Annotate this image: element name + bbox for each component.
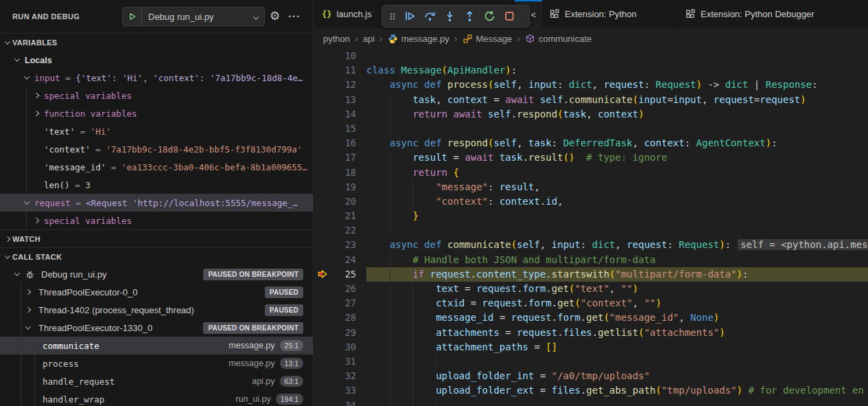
code-line-content[interactable]: async def process(self, input: dict, req… (366, 78, 868, 92)
tab-extension-python-debugger[interactable]: Extension: Python Debugger (678, 0, 868, 28)
code-line[interactable]: 34 (314, 398, 868, 406)
line-number[interactable]: 10 (331, 49, 366, 63)
code-line-content[interactable] (366, 49, 868, 63)
code-line[interactable]: 28 message_id = request.form.get("messag… (314, 311, 868, 325)
code-line[interactable]: 20 "context": context.id, (314, 194, 868, 209)
code-line[interactable]: 18 return { (314, 166, 868, 180)
toolbar-drag-handle[interactable] (385, 7, 400, 25)
code-line-content[interactable]: return { (366, 166, 868, 180)
line-number[interactable]: 12 (331, 78, 366, 92)
variable-row[interactable]: input = {'text': 'Hi', 'context': '7a17b… (0, 69, 313, 87)
line-number[interactable]: 32 (331, 369, 366, 383)
callstack-session-row[interactable]: Debug run_ui.pyPAUSED ON BREAKPOINT (0, 265, 313, 283)
code-line-content[interactable]: if request.content_type.startswith("mult… (366, 267, 868, 282)
line-number[interactable]: 34 (331, 398, 366, 406)
code-line[interactable]: 33 upload_folder_ext = files.get_abs_pat… (314, 383, 868, 398)
callstack-frame-row[interactable]: handle_requestapi.py63:1 (0, 372, 313, 390)
breadcrumb-item-class[interactable]: Message (462, 34, 513, 44)
code-line-content[interactable]: attachment_paths = [] (366, 340, 868, 354)
variable-row[interactable]: request = <Request 'http://localhost:555… (0, 194, 313, 212)
line-number[interactable]: 21 (331, 209, 366, 223)
code-line[interactable]: 11class Message(ApiHandler): (314, 63, 868, 78)
line-number[interactable]: 17 (331, 150, 366, 165)
tab-extension-python[interactable]: Extension: Python (542, 0, 677, 28)
variable-row[interactable]: 'message_id' = 'ea133ccc-3ba0-406c-befa-… (0, 158, 313, 176)
code-line-content[interactable]: attachments = request.files.getlist("att… (366, 326, 868, 340)
code-line-content[interactable]: "message": result, (366, 180, 868, 194)
code-line[interactable]: 29 attachments = request.files.getlist("… (314, 326, 868, 340)
line-number[interactable]: 13 (331, 93, 366, 107)
breadcrumb-item-python[interactable]: python (323, 34, 350, 44)
code-line[interactable]: 30 attachment_paths = [] (314, 340, 868, 354)
code-line-content[interactable]: class Message(ApiHandler): (366, 63, 868, 78)
line-number[interactable]: 27 (331, 296, 366, 311)
code-line-content[interactable]: upload_folder_ext = files.get_abs_path("… (366, 383, 868, 398)
line-number[interactable]: 23 (331, 238, 366, 252)
code-line-content[interactable] (366, 398, 868, 406)
line-number[interactable]: 33 (331, 383, 366, 398)
code-line-content[interactable]: upload_folder_int = "/a0/tmp/uploads" (366, 369, 868, 383)
variable-row[interactable]: function variables (0, 104, 313, 122)
line-number[interactable]: 31 (331, 354, 366, 369)
code-line[interactable]: 13 task, context = await self.communicat… (314, 93, 868, 107)
callstack-frame-row[interactable]: processmessage.py13:1 (0, 354, 313, 372)
callstack-section-header[interactable]: CALL STACK (0, 247, 313, 265)
code-editor[interactable]: 1011class Message(ApiHandler):12 async d… (314, 49, 868, 406)
line-number[interactable]: 30 (331, 340, 366, 354)
code-line[interactable]: 23 async def communicate(self, input: di… (314, 238, 868, 252)
code-line[interactable]: 24 # Handle both JSON and multipart/form… (314, 253, 868, 267)
line-number[interactable]: 22 (331, 223, 366, 238)
code-line[interactable]: 14 return await self.respond(task, conte… (314, 107, 868, 122)
code-line-content[interactable]: result = await task.result() # type: ign… (366, 150, 868, 165)
code-line-content[interactable]: async def respond(self, task: DeferredTa… (366, 136, 868, 150)
variables-section-header[interactable]: VARIABLES (0, 33, 313, 51)
line-number[interactable]: 19 (331, 180, 366, 194)
code-line-content[interactable]: message_id = request.form.get("message_i… (366, 311, 868, 325)
continue-icon[interactable] (400, 7, 420, 25)
code-line-content[interactable] (366, 223, 868, 238)
code-line[interactable]: 26 text = request.form.get("text", "") (314, 282, 868, 296)
breakpoint-current-icon[interactable] (314, 269, 331, 280)
code-line[interactable]: 25 if request.content_type.startswith("m… (314, 267, 868, 282)
code-line[interactable]: 17 result = await task.result() # type: … (314, 150, 868, 165)
code-line-content[interactable]: "context": context.id, (366, 194, 868, 209)
step-into-icon[interactable] (440, 7, 460, 25)
line-number[interactable]: 25 (331, 267, 366, 282)
gear-icon[interactable]: ⚙ (270, 10, 280, 23)
code-line-content[interactable]: task, context = await self.communicate(i… (366, 93, 868, 107)
callstack-thread-row[interactable]: ThreadPoolExecutor-1330_0PAUSED ON BREAK… (0, 319, 313, 337)
code-line-content[interactable]: text = request.form.get("text", "") (366, 282, 868, 296)
restart-icon[interactable] (480, 7, 500, 25)
line-number[interactable]: 20 (331, 194, 366, 209)
line-number[interactable]: 26 (331, 282, 366, 296)
breadcrumb-item-method[interactable]: communicate (525, 34, 591, 44)
code-line[interactable]: 31 (314, 354, 868, 369)
line-number[interactable]: 16 (331, 136, 366, 150)
code-line[interactable]: 32 upload_folder_int = "/a0/tmp/uploads" (314, 369, 868, 383)
variable-row[interactable]: 'text' = 'Hi' (0, 122, 313, 140)
start-debugging-button[interactable] (123, 8, 142, 25)
code-line[interactable]: 22 (314, 223, 868, 238)
breadcrumb-item-api[interactable]: api (363, 34, 375, 44)
callstack-frame-row[interactable]: communicatemessage.py25:1 (0, 337, 313, 354)
callstack-thread-row[interactable]: Thread-1402 (process_request_thread)PAUS… (0, 301, 313, 319)
code-line[interactable]: 15 (314, 122, 868, 136)
code-line-content[interactable]: } (366, 209, 868, 223)
line-number[interactable]: 24 (331, 253, 366, 267)
code-line[interactable]: 10 (314, 49, 868, 63)
variable-row[interactable]: 'context' = '7a17bb9c-18d8-4e2b-bbf5-f3f… (0, 140, 313, 158)
code-line[interactable]: 27 ctxid = request.form.get("context", "… (314, 296, 868, 311)
breadcrumb-item-file[interactable]: message.py (388, 34, 449, 44)
step-out-icon[interactable] (460, 7, 480, 25)
code-line-content[interactable]: async def communicate(self, input: dict,… (366, 238, 868, 252)
code-line[interactable]: 19 "message": result, (314, 180, 868, 194)
more-actions-icon[interactable]: ··· (288, 10, 301, 23)
callstack-thread-row[interactable]: ThreadPoolExecutor-0_0PAUSED (0, 283, 313, 301)
code-line-content[interactable]: return await self.respond(task, context) (366, 107, 868, 122)
line-number[interactable]: 11 (331, 63, 366, 78)
code-line-content[interactable]: ctxid = request.form.get("context", "") (366, 296, 868, 311)
line-number[interactable]: 14 (331, 107, 366, 122)
variable-row[interactable]: special variables (0, 212, 313, 229)
watch-section-header[interactable]: WATCH (0, 229, 313, 247)
variable-row[interactable]: Locals (0, 51, 313, 69)
